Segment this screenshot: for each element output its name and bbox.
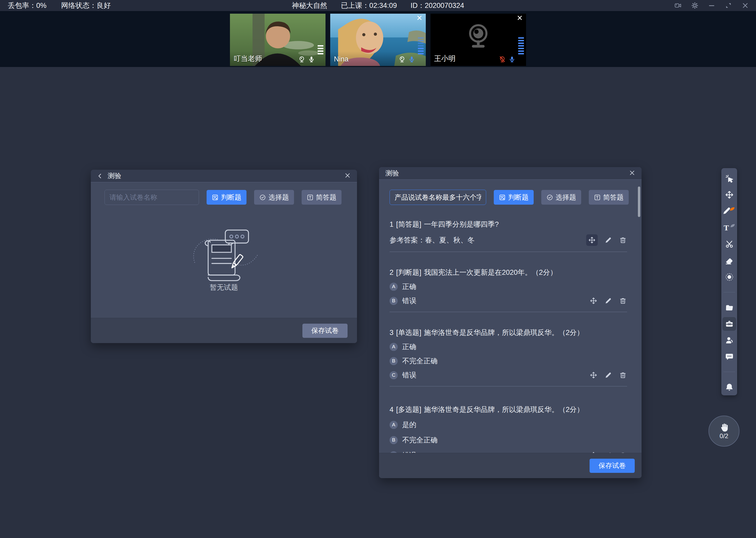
quiz-dialog-filled: 测验 判断题: [379, 167, 641, 478]
video-strip: 叮当老师: [0, 11, 756, 67]
video-tile-teacher[interactable]: 叮当老师: [230, 14, 325, 66]
close-dialog-icon[interactable]: [344, 172, 352, 180]
divider: [390, 312, 627, 312]
volume-meter: [418, 37, 424, 54]
move-question-icon[interactable]: [589, 371, 598, 379]
hand-icon: [719, 422, 729, 432]
delete-question-icon[interactable]: [619, 371, 627, 379]
mic-on-icon[interactable]: [408, 56, 415, 64]
close-video-icon[interactable]: [517, 15, 524, 22]
spotlight-tool-icon[interactable]: [721, 269, 737, 285]
delete-question-icon[interactable]: [619, 236, 627, 244]
video-tile-nina[interactable]: Nina: [330, 14, 426, 66]
question-text: 施华洛世奇是反华品牌，所以梁鼎琪反华。（2分）: [424, 405, 584, 414]
add-judge-question-button[interactable]: 判断题: [494, 190, 534, 205]
restore-icon[interactable]: [725, 2, 732, 10]
option-badge: B: [390, 357, 398, 365]
courseware-folder-icon[interactable]: [721, 299, 737, 316]
option-badge: A: [390, 283, 398, 291]
volume-meter: [318, 45, 323, 54]
video-tile-wangxiaoming[interactable]: 王小明: [431, 14, 526, 66]
classroom-window: 丢包率：0% 网络状态：良好 神秘大自然 已上课：02:34:09 ID：202…: [0, 0, 756, 538]
option-label: 不完全正确: [402, 356, 438, 366]
eraser-tool-icon[interactable]: [721, 252, 737, 269]
scrollbar-thumb[interactable]: [638, 187, 640, 217]
dialog-body: 判断题 选择题 简答题: [379, 180, 641, 478]
option-badge: C: [390, 371, 398, 379]
question-type-tag: [判断题]: [396, 268, 421, 277]
paper-name-input[interactable]: [105, 190, 199, 205]
question-index: 3: [390, 328, 394, 337]
question-block: 4 [多选题] 施华洛世奇是反华品牌，所以梁鼎琪反华。（2分） A 是的 B 不…: [390, 405, 627, 460]
move-question-icon[interactable]: [586, 234, 598, 246]
toolbox-tool-icon[interactable]: [721, 316, 737, 332]
add-judge-question-button[interactable]: 判断题: [207, 190, 247, 205]
empty-illustration: [185, 225, 263, 281]
close-dialog-icon[interactable]: [629, 170, 636, 177]
delete-question-icon[interactable]: [619, 296, 627, 305]
edit-question-icon[interactable]: [604, 296, 612, 305]
save-paper-button[interactable]: 保存试卷: [303, 324, 348, 338]
packet-loss: 丢包率：0%: [8, 1, 46, 10]
question-text: 我国宪法上一次更新是在2020年。（2分）: [424, 268, 557, 277]
hand-raise-button[interactable]: 0/2: [708, 415, 739, 447]
camera-on-icon[interactable]: [298, 56, 305, 64]
dialog-header: 测验: [91, 170, 357, 182]
question-text: 一年四季分别是哪四季?: [424, 220, 499, 229]
option-badge: B: [390, 436, 398, 444]
minimize-icon[interactable]: [708, 2, 716, 10]
empty-text: 暂无试题: [210, 283, 238, 292]
add-short-answer-button[interactable]: 简答题: [302, 190, 342, 205]
participant-name: 叮当老师: [234, 54, 262, 63]
save-paper-button[interactable]: 保存试卷: [590, 459, 635, 473]
bell-tool-icon[interactable]: [721, 379, 737, 395]
move-question-icon[interactable]: [589, 296, 598, 305]
camera-icon[interactable]: [674, 2, 682, 10]
scissors-tool-icon[interactable]: [721, 236, 737, 252]
mic-on-icon[interactable]: [308, 56, 315, 64]
add-choice-question-button[interactable]: 选择题: [254, 190, 294, 205]
reference-answer: 参考答案：春、夏、秋、冬: [390, 235, 475, 245]
back-chevron-icon[interactable]: [97, 173, 104, 180]
pointer-tool-icon[interactable]: [721, 170, 737, 187]
option-label: 正确: [402, 282, 416, 291]
close-window-icon[interactable]: [741, 2, 749, 10]
close-video-icon[interactable]: [417, 15, 423, 22]
camera-muted-icon[interactable]: [499, 56, 506, 64]
text-tool-icon[interactable]: T: [721, 220, 737, 236]
judge-question-icon: [499, 194, 505, 201]
dialog-title: 测验: [108, 171, 121, 181]
paper-name-input[interactable]: [390, 190, 486, 205]
question-type-tag: [单选题]: [396, 328, 421, 337]
question-type-tag: [简答题]: [396, 220, 421, 229]
camera-on-icon[interactable]: [399, 56, 405, 64]
add-short-answer-button[interactable]: 简答题: [589, 190, 629, 205]
text-color-dot: [731, 224, 735, 227]
mic-on-icon[interactable]: [508, 56, 516, 64]
pencil-color-dot: [730, 207, 734, 211]
top-status-bar: 丢包率：0% 网络状态：良好 神秘大自然 已上课：02:34:09 ID：202…: [0, 0, 756, 11]
empty-state: 暂无试题: [105, 225, 343, 292]
choice-question-icon: [260, 194, 266, 201]
question-type-tag: [多选题]: [396, 405, 421, 414]
edit-question-icon[interactable]: [604, 371, 612, 379]
participant-name: Nina: [334, 55, 349, 63]
option-label: 正确: [402, 342, 416, 351]
move-tool-icon[interactable]: [721, 187, 737, 203]
settings-gear-icon[interactable]: [691, 2, 699, 10]
dialog-footer: 保存试卷: [379, 453, 641, 478]
edit-question-icon[interactable]: [604, 236, 612, 244]
quiz-dialog-empty: 测验 判断题: [91, 170, 357, 343]
webcam-off-glyph: [465, 23, 492, 51]
class-timer: 已上课：02:34:09: [341, 1, 397, 10]
option-badge: A: [390, 421, 398, 429]
add-choice-question-button[interactable]: 选择题: [541, 190, 581, 205]
question-index: 1: [390, 220, 394, 229]
members-tool-icon[interactable]: [721, 332, 737, 349]
pencil-tool-icon[interactable]: [721, 203, 737, 220]
question-text: 施华洛世奇是反华品牌，所以梁鼎琪反华。（2分）: [424, 328, 584, 337]
room-title: 神秘大自然: [292, 1, 327, 10]
svg-text:T: T: [724, 224, 729, 232]
chat-tool-icon[interactable]: [721, 349, 737, 365]
room-id: ID：2020070324: [410, 1, 464, 10]
